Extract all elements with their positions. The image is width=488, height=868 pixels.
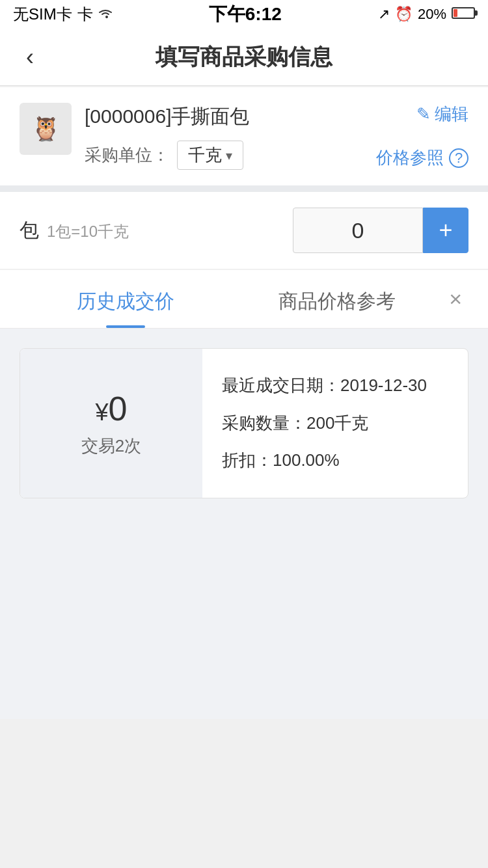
yen-symbol: ¥ [96,399,109,426]
history-card: ¥0 交易2次 最近成交日期：2019-12-30 采购数量：200千克 折扣：… [20,348,468,498]
product-info: [0000006]手撕面包 采购单位： 千克 ▾ [85,103,376,170]
qty-row: 采购数量：200千克 [222,410,448,437]
status-left: 无SIM卡 卡 [13,4,113,25]
divider [0,185,488,192]
unit-select[interactable]: 千克 ▾ [177,141,243,170]
edit-label: 编辑 [435,103,468,126]
unit-label: 采购单位： [85,144,169,167]
location-icon: ↗ [378,6,390,23]
price-display: ¥0 [96,389,128,428]
edit-button[interactable]: ✎ 编辑 [416,103,468,126]
discount-value: 100.00% [273,450,340,470]
date-row: 最近成交日期：2019-12-30 [222,372,448,400]
unit-arrow-icon: ▾ [226,148,232,163]
page-title: 填写商品采购信息 [156,42,332,72]
plus-icon: + [439,217,452,244]
unit-value: 千克 [188,144,222,167]
discount-label: 折扣： [222,450,273,470]
product-actions: ✎ 编辑 价格参照 ? [376,103,468,169]
carrier-label: 无SIM卡 [13,4,72,25]
date-label: 最近成交日期： [222,375,340,395]
tabs-section: 历史成交价 商品价格参考 × [0,270,488,329]
tab2-label: 商品价格参考 [278,290,396,312]
transaction-count: 交易2次 [81,435,141,457]
quantity-left: 包 1包=10千克 [20,217,129,244]
content-area: ¥0 交易2次 最近成交日期：2019-12-30 采购数量：200千克 折扣：… [0,329,488,719]
battery-icon [452,6,475,23]
card-price-summary: ¥0 交易2次 [20,349,202,498]
unit-tag: 包 [20,217,39,244]
quantity-right: 0 + [293,208,468,253]
qty-label: 采购数量： [222,413,306,433]
status-time: 下午6:12 [209,2,282,27]
edit-icon: ✎ [416,104,431,124]
close-button[interactable]: × [442,273,468,325]
tab-product-price[interactable]: 商品价格参考 [231,270,442,328]
quantity-value: 0 [352,218,364,243]
tabs-header: 历史成交价 商品价格参考 × [0,270,488,328]
product-section: 🦉 [0000006]手撕面包 采购单位： 千克 ▾ ✎ 编辑 [0,87,488,185]
nav-bar: ‹ 填写商品采购信息 [0,29,488,86]
alarm-icon: ⏰ [395,6,413,23]
quantity-input[interactable]: 0 [293,208,423,253]
price-value: 0 [109,390,128,427]
product-image: 🦉 [31,115,61,142]
back-button[interactable]: ‹ [20,37,40,77]
quantity-section: 包 1包=10千克 0 + [0,192,488,269]
price-ref-icon: ? [449,148,468,168]
status-right: ↗ ⏰ 20% [378,6,475,23]
quantity-plus-button[interactable]: + [423,208,468,253]
price-ref-label: 价格参照 [376,146,444,169]
price-ref-button[interactable]: 价格参照 ? [376,146,468,169]
wifi-icon [98,9,113,20]
tab1-label: 历史成交价 [77,290,174,312]
product-header: 🦉 [0000006]手撕面包 采购单位： 千克 ▾ ✎ 编辑 [20,103,468,170]
product-left: 🦉 [0000006]手撕面包 采购单位： 千克 ▾ [20,103,376,170]
product-unit-row: 采购单位： 千克 ▾ [85,141,376,170]
product-thumbnail: 🦉 [20,103,72,155]
status-bar: 无SIM卡 卡 下午6:12 ↗ ⏰ 20% [0,0,488,29]
sim-icon: 卡 [77,4,93,25]
card-details: 最近成交日期：2019-12-30 采购数量：200千克 折扣：100.00% [202,349,468,498]
date-value: 2019-12-30 [340,375,427,395]
unit-conversion: 1包=10千克 [47,221,129,242]
battery-percent: 20% [418,6,446,23]
discount-row: 折扣：100.00% [222,447,448,474]
product-name: [0000006]手撕面包 [85,103,376,130]
qty-value: 200千克 [306,413,368,433]
tab-history-price[interactable]: 历史成交价 [20,270,231,328]
